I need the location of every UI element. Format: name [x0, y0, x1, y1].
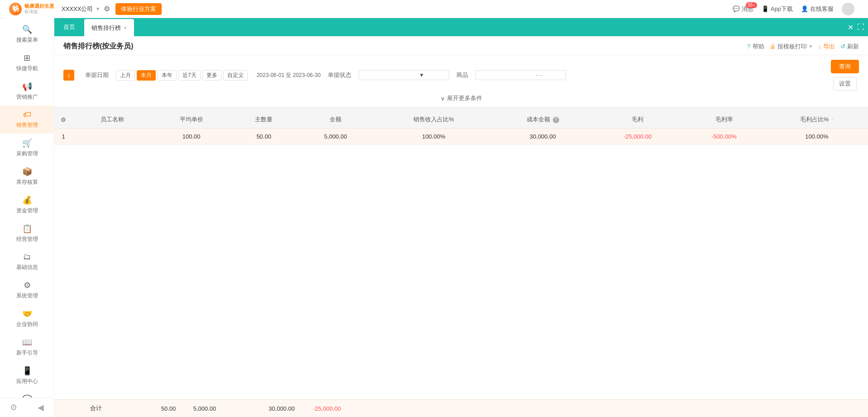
system-icon: ⚙ — [24, 280, 31, 290]
sidebar-item-sales[interactable]: 🏷 销售管理 — [0, 105, 54, 134]
page-title: 销售排行榜(按业务员) — [63, 42, 134, 51]
top-bar: 畅 畅康通好生意 标准版 XXXXX公司 ▼ ⚙ 体验行业方案 💬 消息 99+… — [0, 0, 868, 18]
footer-name: 合计 — [78, 404, 114, 412]
cell-gross-rate: -500.00% — [682, 129, 765, 145]
sidebar-item-apps[interactable]: 📱 应用中心 — [0, 361, 54, 390]
query-button[interactable]: 查询 — [831, 60, 859, 73]
tab-home-label: 首页 — [63, 23, 75, 31]
tab-home[interactable]: 首页 — [54, 18, 84, 36]
sidebar-item-inventory[interactable]: 📦 库存核算 — [0, 162, 54, 191]
cost-info-icon[interactable]: ? — [553, 117, 559, 123]
company-chevron-icon: ▼ — [96, 6, 100, 11]
col-gross: 毛利 — [593, 111, 682, 129]
logo-icon: 畅 — [9, 3, 22, 15]
sidebar-item-search[interactable]: 🔍 搜索菜单 — [0, 20, 54, 48]
apps-icon: 📱 — [22, 366, 32, 376]
tab-bar-right: ✕ ⛶ — [848, 23, 868, 32]
page-header: 销售排行榜(按业务员) ? 帮助 🖨 按模板打印 ▼ ↓ 导出 ↺ 刷新 — [54, 36, 868, 55]
date-btn-current-month[interactable]: 本月 — [137, 70, 156, 81]
wechat-icon: 💬 — [22, 394, 32, 398]
col-name: 员工名称 — [72, 111, 152, 129]
col-amount: 全额 — [297, 111, 374, 129]
tab-close-window-icon[interactable]: ✕ — [848, 23, 854, 32]
expand-more-label: 展开更多条件 — [447, 94, 482, 102]
sidebar-item-enterprise[interactable]: 🤝 企业协同 — [0, 304, 54, 333]
col-settings[interactable]: ⚙ — [54, 111, 72, 129]
message-button[interactable]: 💬 消息 99+ — [733, 5, 753, 13]
help-label: 帮助 — [753, 43, 764, 51]
refresh-icon: ↺ — [840, 43, 845, 50]
tab-close-icon[interactable]: × — [124, 25, 127, 31]
col-cost: 成本全额 ? — [493, 111, 593, 129]
refresh-label: 刷新 — [847, 43, 859, 51]
date-btn-current-year[interactable]: 本年 — [158, 70, 177, 81]
sidebar-label-search: 搜索菜单 — [16, 36, 38, 44]
col-sales-pct: 销售收入占比% — [374, 111, 493, 129]
online-service-button[interactable]: 👤 在线客服 — [801, 5, 834, 13]
basic-icon: 🗂 — [23, 252, 31, 262]
sidebar-collapse-icon[interactable]: ◀ — [38, 403, 44, 412]
sidebar-item-basic[interactable]: 🗂 基础信息 — [0, 248, 54, 276]
date-filter-label: 单据日期 — [85, 71, 109, 79]
date-btn-custom[interactable]: 自定义 — [223, 70, 248, 81]
help-icon: ? — [747, 43, 750, 50]
expand-more-button[interactable]: ∨ 展开更多条件 — [63, 94, 859, 102]
print-chevron-icon: ▼ — [809, 44, 813, 49]
sidebar-item-shortcut[interactable]: ⊞ 快捷导航 — [0, 48, 54, 77]
settings-col-icon: ⚙ — [61, 116, 66, 123]
cell-rank: 1 — [54, 129, 72, 145]
avatar[interactable] — [842, 3, 854, 15]
expand-more-icon: ∨ — [441, 95, 445, 102]
print-button[interactable]: 🖨 按模板打印 ▼ — [770, 43, 813, 51]
date-btn-more[interactable]: 更多 — [202, 70, 221, 81]
filter-expand-left-button[interactable]: › — [63, 70, 74, 81]
grid-icon: ⊞ — [24, 53, 30, 63]
header-row: ⚙ 员工名称 平均单价 主数量 全额 销售收入占比% 成本全额 ? 毛利 毛利率 — [54, 111, 868, 129]
status-select-chevron-icon: ▼ — [419, 72, 445, 78]
sidebar-item-wechat[interactable]: 💬 企业微信 — [0, 390, 54, 398]
goods-select[interactable]: ··· — [475, 70, 566, 80]
date-btn-7days[interactable]: 近7天 — [178, 70, 201, 81]
enterprise-icon: 🤝 — [22, 309, 32, 319]
date-btn-prev-month[interactable]: 上月 — [116, 70, 135, 81]
goods-dots-icon[interactable]: ··· — [536, 72, 562, 78]
company-name: XXXXX公司 — [62, 5, 93, 13]
sidebar-item-marketing[interactable]: 📢 营销推广 — [0, 77, 54, 105]
app-download-button[interactable]: 📱 App下载 — [762, 5, 793, 13]
main-area: 首页 销售排行榜 × ✕ ⛶ 销售排行榜(按业务员) ? 帮助 🖨 按模板打印 — [54, 18, 868, 417]
status-select[interactable]: ▼ — [359, 70, 449, 80]
settings-icon[interactable]: ⚙ — [104, 5, 110, 13]
sidebar-label-marketing: 营销推广 — [16, 93, 38, 101]
sidebar-settings-icon[interactable]: ⚙ — [10, 403, 17, 412]
filter-actions: 查询 设置 — [831, 60, 859, 91]
sidebar-item-guide[interactable]: 📖 新手引导 — [0, 333, 54, 361]
table-row: 1 100.00 50.00 5,000.00 100.00% 30,000.0… — [54, 129, 868, 145]
help-button[interactable]: ? 帮助 — [747, 43, 764, 51]
tab-maximize-icon[interactable]: ⛶ — [857, 23, 864, 31]
sidebar-item-operations[interactable]: 📋 经营管理 — [0, 219, 54, 248]
refresh-button[interactable]: ↺ 刷新 — [840, 43, 859, 51]
page-header-actions: ? 帮助 🖨 按模板打印 ▼ ↓ 导出 ↺ 刷新 — [747, 43, 859, 51]
app-download-label: App下载 — [771, 5, 793, 13]
footer-cost: 30,000.00 — [259, 405, 304, 412]
sidebar-label-guide: 新手引导 — [16, 349, 38, 357]
export-button[interactable]: ↓ 导出 — [819, 43, 835, 51]
tab-sales-ranking-label: 销售排行榜 — [91, 24, 121, 32]
table-wrapper: ⚙ 员工名称 平均单价 主数量 全额 销售收入占比% 成本全额 ? 毛利 毛利率 — [54, 111, 868, 399]
sales-icon: 🏷 — [23, 110, 31, 120]
logo-text: 畅康通好生意 — [24, 3, 54, 9]
gross-pct-sort-icon[interactable]: ↑ — [831, 117, 834, 122]
sidebar-item-purchase[interactable]: 🛒 采购管理 — [0, 134, 54, 162]
table-header: ⚙ 员工名称 平均单价 主数量 全额 销售收入占比% 成本全额 ? 毛利 毛利率 — [54, 111, 868, 129]
settings-button[interactable]: 设置 — [833, 77, 857, 91]
sidebar-item-finance[interactable]: 💰 资金管理 — [0, 191, 54, 219]
filter-row: › 单据日期 上月 本月 本年 近7天 更多 自定义 2023-06-01 至 … — [63, 60, 859, 91]
search-icon: 🔍 — [22, 24, 32, 34]
tab-sales-ranking[interactable]: 销售排行榜 × — [84, 19, 134, 37]
trial-button[interactable]: 体验行业方案 — [115, 3, 162, 15]
footer-gross: -25,000.00 — [304, 405, 350, 412]
sidebar-item-system[interactable]: ⚙ 系统管理 — [0, 276, 54, 304]
export-icon: ↓ — [819, 43, 822, 50]
company-selector[interactable]: XXXXX公司 ▼ — [62, 5, 100, 13]
cell-avg-price: 100.00 — [152, 129, 231, 145]
